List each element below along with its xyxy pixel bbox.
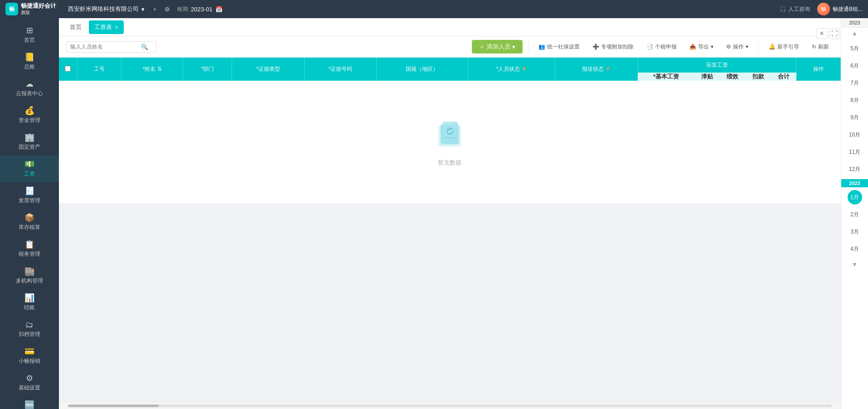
sidebar-item-cloud[interactable]: ☁ 云报表中心 — [0, 75, 59, 102]
sidebar: ⊞ 首页 📒 总账 ☁ 云报表中心 💰 资金管理 🏢 固定资产 💵 工资 🧾 发… — [0, 18, 59, 409]
month-7[interactable]: 7月 — [848, 76, 862, 90]
special-deduction-btn[interactable]: ➕ 专项附加扣除 — [588, 41, 638, 53]
sidebar-item-multi[interactable]: 🏬 多机构管理 — [0, 263, 59, 289]
tab-home[interactable]: 首页 — [64, 20, 87, 34]
col-deduction: 扣款 — [745, 73, 771, 81]
col-nation: 国籍（地区） — [377, 58, 468, 81]
tab-close-icon[interactable]: × — [115, 24, 118, 31]
social-settings-btn[interactable]: 👥 统一社保设置 — [534, 41, 584, 53]
refresh-icon: ↻ — [812, 44, 816, 50]
guide-icon: 🔔 — [769, 44, 776, 50]
sort-icon[interactable]: ⇅ — [157, 66, 162, 72]
sidebar-item-assets[interactable]: 🏢 固定资产 — [0, 129, 59, 156]
month-1[interactable]: 1月 — [848, 190, 862, 204]
month-11[interactable]: 11月 — [848, 145, 862, 159]
sidebar-item-archive[interactable]: 🗂 归档管理 — [0, 316, 59, 343]
search-input[interactable] — [70, 44, 138, 50]
assets-icon: 🏢 — [24, 133, 34, 141]
sidebar-item-guide[interactable]: 🆕 新手引导 — [0, 396, 59, 409]
select-all-checkbox[interactable] — [65, 66, 71, 72]
period-selector[interactable]: 账期 2023-01 📅 — [174, 5, 226, 13]
tax-icon: 📑 — [646, 44, 653, 50]
date-nav-up[interactable]: ▲ — [841, 28, 868, 39]
tab-salary[interactable]: 工资表 × — [89, 20, 124, 34]
action-icon: ⚙ — [726, 44, 731, 50]
report-filter-icon[interactable]: ▼ — [606, 66, 611, 72]
col-status: *人员状态 ▼ — [468, 58, 555, 81]
month-8[interactable]: 8月 — [848, 93, 862, 107]
app-logo: 畅 畅捷通好会计 旗版 — [5, 2, 64, 16]
sidebar-item-tax[interactable]: 📋 税务管理 — [0, 236, 59, 263]
sep1 — [528, 42, 529, 51]
add-person-btn[interactable]: ＋ 添加人员 ▾ — [472, 40, 523, 54]
period-label: 账期 — [177, 5, 188, 13]
service-btn[interactable]: 🎧 人工咨询 — [780, 5, 810, 13]
new-guide-btn[interactable]: 🔔 新手引导 — [764, 41, 804, 53]
add-company-btn[interactable]: ＋ — [148, 3, 161, 15]
search-box[interactable]: 🔍 — [66, 41, 157, 53]
main-layout: ⊞ 首页 📒 总账 ☁ 云报表中心 💰 资金管理 🏢 固定资产 💵 工资 🧾 发… — [0, 18, 868, 409]
export-dropdown-icon: ▾ — [711, 44, 713, 50]
month-9[interactable]: 9月 — [848, 110, 862, 125]
expand-panel-btn[interactable]: ⛶ — [829, 28, 840, 39]
close-panel-btn[interactable]: × — [816, 28, 827, 39]
month-5[interactable]: 5月 — [848, 41, 862, 56]
col-checkbox[interactable] — [59, 58, 77, 81]
toolbar: 🔍 ＋ 添加人员 ▾ 👥 统一社保设置 ➕ 专项附加扣除 📑 个税申报 — [59, 36, 841, 58]
status-filter-icon[interactable]: ▼ — [521, 66, 527, 72]
sidebar-item-salary[interactable]: 💵 工资 — [0, 156, 59, 182]
action-btn[interactable]: ⚙ 操作 ▾ — [722, 41, 753, 53]
inventory-icon: 📦 — [24, 214, 34, 222]
sidebar-item-inventory[interactable]: 📦 库存核算 — [0, 209, 59, 236]
user-menu[interactable]: 畅 畅捷通B组... — [817, 3, 863, 15]
multi-icon: 🏬 — [24, 267, 34, 275]
company-selector[interactable]: 西安虾米网络科技有限公司 ▾ — [64, 3, 148, 15]
sidebar-item-invoice[interactable]: 🧾 发票管理 — [0, 182, 59, 209]
month-2[interactable]: 2月 — [848, 207, 862, 222]
panel-controls: × ⛶ — [816, 28, 840, 39]
tax-icon: 📋 — [24, 240, 34, 248]
cloud-icon: ☁ — [25, 80, 34, 88]
action-dropdown-icon: ▾ — [746, 44, 748, 50]
empty-icon — [432, 117, 468, 153]
sidebar-label-salary: 工资 — [24, 170, 35, 178]
sidebar-item-settings[interactable]: ⚙ 基础设置 — [0, 370, 59, 396]
sidebar-label-inventory: 库存核算 — [19, 224, 40, 231]
col-allowance: 津贴 — [694, 73, 720, 81]
tax-report-btn[interactable]: 📑 个税申报 — [642, 41, 681, 53]
date-nav-down[interactable]: ▼ — [841, 259, 868, 270]
col-name: *姓名 ⇅ — [121, 58, 183, 81]
export-icon: 📤 — [689, 44, 696, 50]
calendar-icon: 📅 — [215, 6, 223, 13]
col-base-salary: *基本工资 — [638, 73, 694, 81]
refresh-btn[interactable]: ↻ 刷新 — [807, 41, 834, 53]
col-salary-group: 应发工资 — [638, 58, 796, 73]
month-12[interactable]: 12月 — [848, 162, 862, 176]
app-name: 畅捷通好会计 — [21, 2, 56, 10]
sidebar-item-ledger[interactable]: 📒 总账 — [0, 49, 59, 75]
horizontal-scrollbar[interactable] — [68, 404, 832, 407]
special-icon: ➕ — [592, 44, 599, 50]
svg-point-3 — [446, 127, 454, 135]
sidebar-item-expense[interactable]: 💳 小畅报销 — [0, 343, 59, 370]
sidebar-item-settle[interactable]: 📊 结账 — [0, 289, 59, 316]
data-table: 工号 *姓名 ⇅ *部门 *证据类型 *证据号码 国籍（地区） *人员状态 ▼ — [59, 58, 841, 203]
sidebar-item-home[interactable]: ⊞ 首页 — [0, 22, 59, 49]
empty-row: 暂无数据 — [59, 81, 841, 203]
month-6[interactable]: 6月 — [848, 58, 862, 73]
avatar: 畅 — [817, 3, 830, 15]
month-10[interactable]: 10月 — [848, 127, 862, 142]
export-btn[interactable]: 📤 导出 ▾ — [685, 41, 718, 53]
sidebar-item-funds[interactable]: 💰 资金管理 — [0, 102, 59, 129]
month-3[interactable]: 3月 — [848, 224, 862, 239]
col-operation: 操作 — [796, 58, 841, 81]
archive-icon: 🗂 — [25, 321, 34, 329]
company-name: 西安虾米网络科技有限公司 — [68, 5, 139, 13]
month-4[interactable]: 4月 — [848, 242, 862, 256]
guide-icon: 🆕 — [24, 401, 34, 409]
sidebar-label-multi: 多机构管理 — [16, 277, 43, 285]
sidebar-label-settings: 基础设置 — [19, 384, 40, 392]
col-id-type: *证据类型 — [232, 58, 305, 81]
settings-btn[interactable]: ⚙ — [161, 3, 174, 15]
salary-icon: 💵 — [24, 160, 34, 168]
